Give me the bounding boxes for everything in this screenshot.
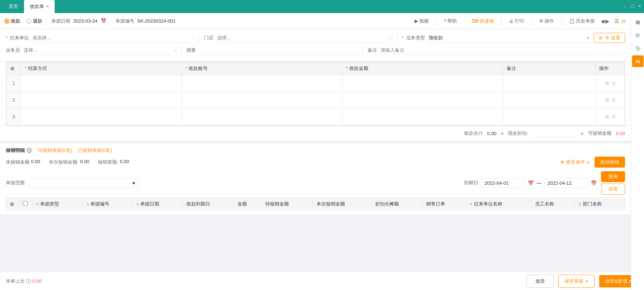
action-cell-2: 🗑 ⧉ — [596, 92, 625, 109]
list-view-icon[interactable]: ☰ — [614, 17, 620, 25]
done-tab[interactable]: 已核销单据(0笔) — [78, 147, 112, 154]
business-select[interactable]: 预收款 ▾ — [427, 33, 591, 43]
history-btn[interactable]: 📋 历史单据 — [568, 17, 596, 25]
select-all-checkbox[interactable] — [23, 201, 28, 206]
sidebar-icon-2[interactable]: ⊟ — [632, 29, 644, 41]
pending-tab[interactable]: 待核销单据(0笔) — [38, 147, 72, 154]
close-icon[interactable]: × — [638, 3, 641, 10]
summary-label: 摘要 — [186, 47, 196, 54]
form-row-1: * 往来单位 ··· 门店 ··· * 业务类型 预收款 ▾ — [6, 33, 625, 43]
method-cell-3[interactable] — [21, 109, 182, 125]
equals-sign: = — [581, 131, 584, 136]
tab-active-label: 收款单 — [30, 0, 44, 13]
business-label: 业务类型 — [406, 35, 425, 41]
amount-cell-3[interactable] — [342, 109, 503, 125]
tab-home[interactable]: 首页 — [3, 0, 24, 13]
remark-cell-3[interactable] — [503, 109, 596, 125]
method-cell-1[interactable] — [21, 75, 182, 92]
sidebar-icon-3[interactable]: 📎 — [632, 42, 644, 54]
video-btn[interactable]: ▶ 视频 — [413, 17, 430, 25]
store-label: 门店 — [204, 35, 213, 41]
verify-header: 核销明细 i 待核销单据(0笔) 已核销单据(0笔) — [6, 147, 625, 154]
staff-more-btn[interactable]: ··· — [173, 47, 178, 53]
account-cell-3[interactable] — [182, 109, 342, 125]
delete-icon-2[interactable]: 🗑 — [605, 97, 610, 103]
save-draft-chevron: ∧ — [585, 278, 589, 284]
lower-th-number: ⇅ 单据编号 — [82, 198, 133, 211]
verify-table: ⚙ ⇅ 单据类型 ⇅ 单据编号 — [6, 197, 625, 211]
lower-th-pending: 待核销金额 — [262, 198, 313, 211]
operation-btn[interactable]: ⚙ 操作 — [538, 17, 555, 25]
receipt-radio[interactable]: 收款 — [4, 18, 20, 24]
partner-field: * 往来单位 ··· — [6, 34, 195, 42]
view-icons: ☰ ⊟ — [614, 17, 627, 25]
lower-th-order: 销售订单 — [423, 198, 466, 211]
minimize-icon[interactable]: － — [622, 3, 627, 10]
history-info-icon[interactable]: ⓘ — [26, 278, 31, 285]
lower-th-type: ⇅ 单据类型 — [32, 198, 83, 211]
account-cell-2[interactable] — [182, 92, 342, 109]
discount-input[interactable] — [533, 130, 576, 137]
discard-button[interactable]: 放弃 — [526, 275, 554, 288]
due-end-input[interactable] — [544, 178, 588, 188]
copy-icon-3[interactable]: ⧉ — [612, 114, 616, 120]
verify-info-icon[interactable]: i — [26, 148, 32, 153]
toolbar-right: ▶ 视频 ? 帮助 ⌨ 快捷键 🖨 打印 ⚙ 操作 — [413, 17, 627, 26]
verify-settings-btn[interactable]: 设置 — [601, 184, 625, 195]
partner-required: * — [6, 35, 8, 41]
row-num-2: 2 — [7, 92, 21, 109]
copy-icon-2[interactable]: ⧉ — [612, 97, 616, 103]
sidebar-icon-1[interactable]: ▦ — [632, 16, 644, 28]
th-method: * 结算方式 — [21, 62, 182, 75]
lower-th-date: ⇅ 单据日期 — [133, 198, 183, 211]
table-row: 1 🗑 ⧉ — [7, 75, 625, 92]
tab-close-icon[interactable]: × — [46, 0, 49, 13]
cal-end-icon[interactable]: 📅 — [591, 180, 597, 186]
method-cell-2[interactable] — [21, 92, 182, 109]
amount-cell-1[interactable] — [342, 75, 503, 92]
store-input[interactable] — [216, 34, 386, 42]
next-arrow[interactable]: ▶ — [605, 18, 609, 24]
save-draft-button[interactable]: 保存草稿 ∧ — [558, 275, 595, 288]
remark-cell-1[interactable] — [503, 75, 596, 92]
copy-icon-1[interactable]: ⧉ — [612, 80, 616, 86]
sidebar-icon-4[interactable]: Ai — [632, 55, 644, 67]
due-start-input[interactable] — [481, 178, 525, 188]
amount-cell-2[interactable] — [342, 92, 503, 109]
tab-active[interactable]: 收款单 × — [24, 0, 55, 13]
remark-cell-2[interactable] — [503, 92, 596, 109]
settings-button[interactable]: ⚙ ⚙ 设置 — [594, 33, 625, 43]
prev-arrow[interactable]: ◀ — [601, 18, 605, 24]
staff-input[interactable] — [22, 46, 171, 55]
staff-field: 业务员 ··· — [6, 46, 177, 55]
partner-more-btn[interactable]: ··· — [191, 35, 195, 41]
remark-input[interactable] — [379, 46, 625, 55]
help-btn[interactable]: ? 帮助 — [442, 17, 458, 25]
th-gear[interactable]: ⚙ — [7, 62, 21, 75]
calendar-icon[interactable]: 📅 — [101, 18, 106, 24]
delete-icon-1[interactable]: 🗑 — [605, 80, 610, 86]
unverified-label: 未核销金额 — [6, 159, 30, 165]
th-action: 操作 — [596, 62, 625, 75]
grid-view-icon[interactable]: ⊟ — [621, 17, 627, 25]
delete-icon-3[interactable]: 🗑 — [605, 114, 610, 120]
account-cell-1[interactable] — [182, 75, 342, 92]
date-dash: — — [537, 180, 541, 186]
lower-th-gear[interactable]: ⚙ — [6, 198, 19, 211]
unverified-stat: 未核销金额 0.00 — [6, 159, 40, 165]
lower-th-checkbox[interactable] — [19, 198, 32, 211]
more-conditions-btn[interactable]: ▼ 更多条件 ∧ — [560, 159, 590, 165]
partner-input[interactable] — [31, 34, 188, 42]
refund-radio[interactable]: 退款 — [26, 18, 42, 24]
summary-input[interactable] — [198, 46, 358, 55]
cal-start-icon[interactable]: 📅 — [528, 180, 534, 186]
range-label: 单据范围 — [6, 180, 25, 186]
form-divider4 — [363, 46, 363, 55]
auto-verify-btn[interactable]: 自动核销 — [594, 157, 625, 168]
query-btn[interactable]: 查询 — [601, 171, 625, 182]
print-btn[interactable]: 🖨 打印 — [507, 17, 526, 25]
range-select[interactable]: ▾ — [29, 178, 138, 188]
shortcut-btn[interactable]: ⌨ 快捷键 — [470, 17, 495, 25]
restore-icon[interactable]: □ — [631, 3, 634, 10]
store-more-btn[interactable]: ··· — [389, 35, 393, 41]
